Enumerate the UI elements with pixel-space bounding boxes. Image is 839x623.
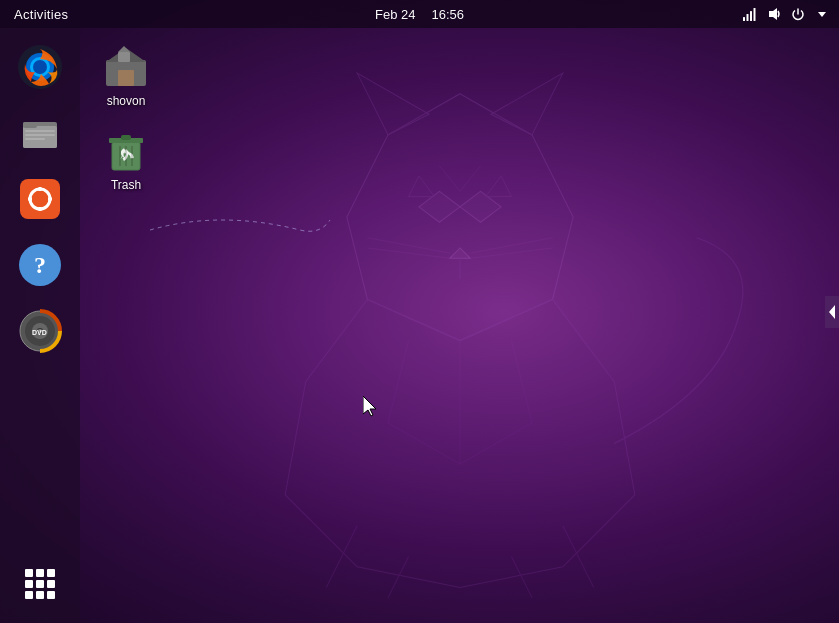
- activities-button[interactable]: Activities: [8, 7, 74, 22]
- dock-collapse-arrow[interactable]: [825, 296, 839, 328]
- top-panel: Activities Feb 24 16:56: [0, 0, 839, 28]
- svg-rect-37: [23, 122, 37, 128]
- svg-rect-28: [754, 8, 756, 21]
- svg-rect-38: [25, 130, 55, 132]
- power-icon[interactable]: [789, 5, 807, 23]
- desktop-icon-home[interactable]: shovon: [90, 38, 162, 112]
- desktop: Activities Feb 24 16:56: [0, 0, 839, 623]
- svg-marker-30: [818, 12, 826, 17]
- svg-text:?: ?: [34, 252, 46, 278]
- svg-marker-55: [829, 305, 835, 319]
- desktop-icon-home-label: shovon: [107, 94, 146, 108]
- panel-left: Activities: [8, 7, 74, 22]
- svg-rect-59: [118, 52, 130, 62]
- sound-icon[interactable]: [765, 5, 783, 23]
- show-applications-button[interactable]: [11, 555, 69, 613]
- svg-text:DVD: DVD: [32, 329, 47, 336]
- svg-point-34: [33, 60, 47, 74]
- dock-item-dvd[interactable]: DVD: [11, 302, 69, 360]
- panel-right: [741, 5, 831, 23]
- network-icon[interactable]: [741, 5, 759, 23]
- dock-item-files[interactable]: [11, 104, 69, 162]
- grid-dots-icon: [25, 569, 55, 599]
- desktop-icon-trash[interactable]: Trash: [90, 122, 162, 196]
- dropdown-icon[interactable]: [813, 5, 831, 23]
- svg-marker-60: [118, 46, 130, 52]
- svg-rect-58: [118, 70, 134, 86]
- svg-rect-41: [20, 179, 60, 219]
- desktop-icons: shovon: [90, 38, 162, 196]
- svg-rect-26: [747, 14, 749, 21]
- svg-rect-27: [750, 11, 752, 21]
- svg-rect-40: [25, 138, 45, 140]
- cat-background: [100, 30, 820, 610]
- desktop-icon-trash-label: Trash: [111, 178, 141, 192]
- panel-center: Feb 24 16:56: [375, 7, 464, 22]
- dock-item-firefox[interactable]: [11, 38, 69, 96]
- dock-item-help[interactable]: ?: [11, 236, 69, 294]
- svg-rect-64: [121, 135, 131, 140]
- dock: ? DVD: [0, 28, 80, 623]
- svg-rect-25: [743, 17, 745, 21]
- svg-rect-36: [23, 126, 57, 148]
- svg-marker-0: [347, 94, 573, 341]
- svg-marker-29: [769, 8, 777, 20]
- svg-rect-39: [25, 134, 55, 136]
- panel-time: 16:56: [431, 7, 464, 22]
- dock-item-software[interactable]: [11, 170, 69, 228]
- panel-date: Feb 24: [375, 7, 415, 22]
